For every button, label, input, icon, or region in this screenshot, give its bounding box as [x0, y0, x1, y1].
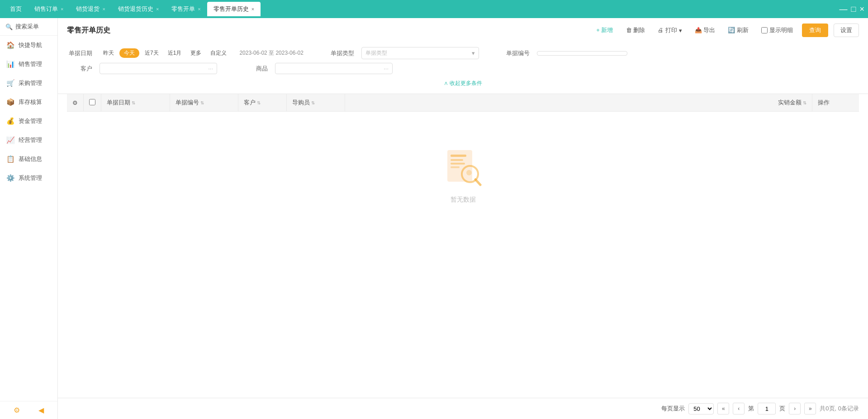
goods-dots[interactable]: ···	[384, 65, 389, 72]
th-action: 操作	[812, 94, 859, 112]
sidebar: 🔍 搜索采单 🏠 快捷导航 📊 销售管理 🛒 采购管理 📦 库存核算 💰 资金管…	[0, 18, 58, 419]
tab-close-sales-return[interactable]: ×	[102, 6, 105, 12]
svg-line-6	[475, 179, 480, 185]
date-btn-more[interactable]: 更多	[187, 48, 205, 58]
cart-icon: 🛒	[6, 79, 15, 87]
sidebar-item-base-info[interactable]: 📋 基础信息	[0, 150, 57, 169]
th-guide[interactable]: 导购员 ⇅	[286, 94, 345, 112]
svg-rect-2	[451, 159, 463, 161]
print-button[interactable]: 🖨 打印 ▾	[654, 24, 686, 36]
sidebar-item-inventory[interactable]: 📦 库存核算	[0, 93, 57, 112]
date-btn-7days[interactable]: 近7天	[141, 48, 162, 58]
home-icon: 🏠	[6, 41, 15, 49]
sidebar-search[interactable]: 🔍 搜索采单	[0, 18, 57, 36]
svg-rect-1	[451, 155, 466, 157]
th-gear[interactable]: ⚙	[67, 94, 84, 112]
last-page-button[interactable]: »	[804, 403, 816, 414]
sidebar-item-purchase-mgmt[interactable]: 🛒 采购管理	[0, 74, 57, 93]
filter-area: 单据日期 昨天 今天 近7天 近1月 更多 自定义 2023-06-02 至 2…	[67, 42, 859, 94]
delete-button[interactable]: 🗑 删除	[622, 24, 649, 36]
tab-home[interactable]: 首页	[4, 5, 28, 13]
per-page-select[interactable]: 50 10 20 100	[688, 403, 714, 414]
select-all-checkbox[interactable]	[89, 99, 95, 105]
setting-button[interactable]: 设置	[834, 24, 859, 37]
window-maximize[interactable]: □	[851, 5, 856, 14]
th-customer[interactable]: 客户 ⇅	[238, 94, 287, 112]
search-icon: 🔍	[5, 24, 13, 30]
tab-close-sales-return-history[interactable]: ×	[156, 6, 159, 12]
toolbar: + 新增 🗑 删除 🖨 打印 ▾ 📤 导出 🔄 刷新 显示明细 查询 设置	[593, 24, 859, 37]
tab-close-retail-open[interactable]: ×	[198, 6, 200, 12]
customer-dots[interactable]: ···	[208, 65, 213, 72]
column-gear-icon[interactable]: ⚙	[72, 99, 78, 106]
page-title: 零售开单历史	[67, 26, 110, 35]
date-filter-buttons: 昨天 今天 近7天 近1月 更多 自定义	[100, 48, 230, 58]
type-filter-select[interactable]: 单据类型 ▾	[361, 47, 479, 59]
page-label: 第	[748, 405, 754, 413]
tab-close-retail-open-history[interactable]: ×	[251, 6, 254, 12]
type-select-arrow: ▾	[472, 50, 475, 56]
sidebar-item-quick-nav[interactable]: 🏠 快捷导航	[0, 36, 57, 55]
empty-illustration	[441, 148, 486, 188]
main-layout: 🔍 搜索采单 🏠 快捷导航 📊 销售管理 🛒 采购管理 📦 库存核算 💰 资金管…	[0, 18, 868, 419]
sidebar-bottom: ⚙ ◀	[0, 401, 57, 419]
sidebar-item-finance[interactable]: 💰 资金管理	[0, 112, 57, 131]
customer-filter-input[interactable]: ···	[100, 63, 217, 74]
window-controls: — □ ×	[840, 5, 864, 14]
sidebar-item-operations[interactable]: 📈 经营管理	[0, 131, 57, 150]
window-minimize[interactable]: —	[840, 5, 848, 14]
query-button[interactable]: 查询	[802, 24, 828, 37]
goods-filter-input[interactable]: ···	[275, 63, 393, 74]
table-area: ⚙ 单据日期 ⇅ 单据编号	[58, 94, 868, 398]
date-btn-1month[interactable]: 近1月	[164, 48, 185, 58]
empty-text: 暂无数据	[451, 196, 476, 204]
tab-sales-return-history[interactable]: 销货退货历史 ×	[112, 2, 165, 16]
first-page-button[interactable]: «	[717, 403, 729, 414]
tab-sales-return[interactable]: 销货退货 ×	[70, 2, 111, 16]
date-btn-custom[interactable]: 自定义	[207, 48, 230, 58]
money-icon: 💰	[6, 117, 15, 125]
show-detail-button[interactable]: 显示明细	[758, 24, 797, 36]
sidebar-item-sales-mgmt[interactable]: 📊 销售管理	[0, 55, 57, 74]
collapse-sidebar-icon[interactable]: ◀	[38, 406, 44, 414]
content-area: 零售开单历史 + 新增 🗑 删除 🖨 打印 ▾ 📤 导出 🔄 刷新 显示明细 查…	[58, 18, 868, 419]
prev-page-button[interactable]: ‹	[733, 403, 745, 414]
date-filter-label: 单据日期	[67, 49, 92, 57]
collapse-filter-button[interactable]: ∧ 收起更多条件	[67, 78, 859, 89]
window-close[interactable]: ×	[859, 5, 864, 14]
svg-rect-3	[451, 163, 465, 165]
filter-row-date: 单据日期 昨天 今天 近7天 近1月 更多 自定义 2023-06-02 至 2…	[67, 47, 859, 59]
tab-retail-open[interactable]: 零售开单 ×	[165, 2, 207, 16]
data-table: ⚙ 单据日期 ⇅ 单据编号	[67, 94, 859, 240]
next-page-button[interactable]: ›	[789, 403, 801, 414]
page-input[interactable]	[758, 403, 776, 414]
date-range-text: 2023-06-02 至 2023-06-02	[239, 49, 303, 57]
export-button[interactable]: 📤 导出	[691, 24, 719, 36]
empty-state: 暂无数据	[67, 112, 859, 240]
show-detail-checkbox[interactable]	[761, 27, 768, 33]
print-dropdown-icon: ▾	[679, 27, 682, 34]
th-code[interactable]: 单据编号 ⇅	[170, 94, 238, 112]
page-title-row: 零售开单历史 + 新增 🗑 删除 🖨 打印 ▾ 📤 导出 🔄 刷新 显示明细 查…	[67, 24, 859, 37]
refresh-button[interactable]: 🔄 刷新	[724, 24, 752, 36]
code-filter-input[interactable]	[537, 51, 627, 56]
page-total: 共0页, 0条记录	[820, 405, 859, 413]
new-button[interactable]: + 新增	[593, 24, 617, 36]
th-amount[interactable]: 实销金额 ⇅	[345, 94, 812, 112]
th-date[interactable]: 单据日期 ⇅	[101, 94, 170, 112]
sort-customer-icon: ⇅	[257, 100, 261, 105]
tab-retail-open-history[interactable]: 零售开单历史 ×	[207, 2, 261, 16]
page-suffix: 页	[779, 405, 785, 413]
tab-sales-order[interactable]: 销售订单 ×	[28, 2, 70, 16]
svg-point-7	[466, 170, 472, 175]
gear-icon: ⚙️	[6, 174, 15, 182]
table-header-row: ⚙ 单据日期 ⇅ 单据编号	[67, 94, 859, 112]
date-btn-today[interactable]: 今天	[119, 48, 139, 58]
date-btn-yesterday[interactable]: 昨天	[100, 48, 118, 58]
settings-icon[interactable]: ⚙	[14, 406, 20, 414]
chart-icon: 📊	[6, 60, 15, 68]
type-filter-label: 单据类型	[329, 49, 354, 57]
code-filter-label: 单据编号	[504, 49, 530, 57]
tab-close-sales-order[interactable]: ×	[61, 6, 63, 12]
sidebar-item-sys-mgmt[interactable]: ⚙️ 系统管理	[0, 169, 57, 188]
